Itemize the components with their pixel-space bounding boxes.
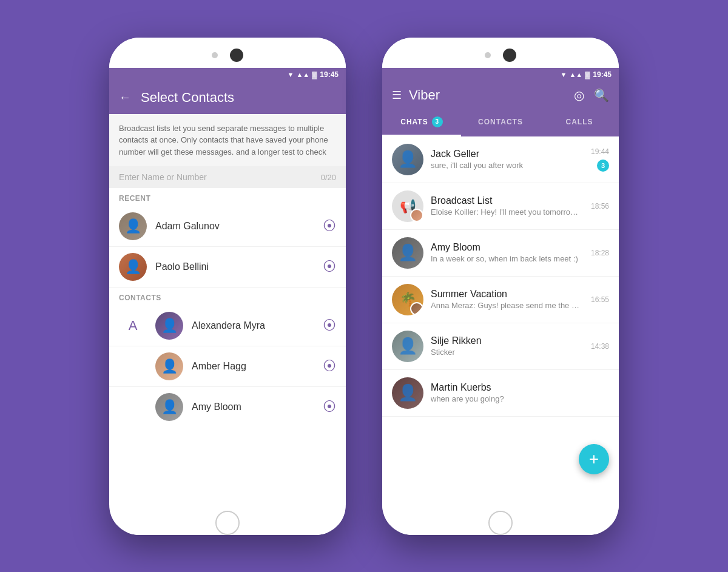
phone-camera xyxy=(230,49,243,62)
phone-top-bezel xyxy=(109,38,346,68)
signal-icon-2: ▼ xyxy=(561,71,567,78)
list-item[interactable]: 👤 Silje Rikken Sticker 14:38 xyxy=(382,323,619,370)
phone-screen-2: ▼ ▲▲ ▓ 19:45 ☰ Viber ◎ 🔍 CHATS 3 CONTACT… xyxy=(382,68,619,511)
list-item[interactable]: 👤 Jack Geller sure, i'll call you after … xyxy=(382,136,619,183)
list-item[interactable]: 👤 Paolo Bellini ⦿ xyxy=(109,247,346,288)
broadcast-avatar: 📢 xyxy=(392,190,423,222)
chat-time: 16:55 xyxy=(591,295,609,304)
search-icon[interactable]: 🔍 xyxy=(594,88,609,103)
contact-name: Amy Bloom xyxy=(192,402,314,412)
chat-info: Amy Bloom In a week or so, when im back … xyxy=(431,242,584,263)
viber-icon: ⦿ xyxy=(323,218,336,234)
avatar: 👤 xyxy=(119,212,147,240)
avatar: 👤 xyxy=(392,144,423,175)
avatar-person-icon: 👤 xyxy=(161,318,178,334)
phone-screen-1: ▼ ▲▲ ▓ 19:45 ← Select Contacts Broadcast… xyxy=(109,68,346,511)
avatar: 👤 xyxy=(392,377,423,409)
broadcast-overlay-avatar xyxy=(410,209,423,222)
list-item[interactable]: 🌴 Summer Vacation Anna Meraz: Guys! plea… xyxy=(382,277,619,323)
chat-preview: when are you going? xyxy=(431,394,602,403)
back-button[interactable]: ← xyxy=(119,90,131,104)
avatar: 👤 xyxy=(392,237,423,269)
tab-contacts[interactable]: CONTACTS xyxy=(461,109,540,136)
chat-info: Summer Vacation Anna Meraz: Guys! please… xyxy=(431,289,584,310)
avatar: 👤 xyxy=(155,312,183,340)
list-item[interactable]: 👤 Amy Bloom In a week or so, when im bac… xyxy=(382,230,619,277)
list-item[interactable]: A 👤 Alexandera Myra ⦿ xyxy=(109,306,346,346)
signal-icon: ▼ xyxy=(288,71,294,78)
avatar: 👤 xyxy=(392,331,423,362)
contact-name: Adam Galunov xyxy=(155,221,314,232)
phone-speaker-2 xyxy=(485,52,491,58)
chat-name: Jack Geller xyxy=(431,149,584,160)
tab-contacts-label: CONTACTS xyxy=(478,118,523,126)
chat-name: Martin Kuerbs xyxy=(431,382,602,393)
list-item[interactable]: 👤 Amber Hagg ⦿ xyxy=(109,346,346,387)
home-button-2[interactable] xyxy=(488,511,513,535)
avatar-person-icon: 👤 xyxy=(125,218,141,234)
chat-meta: 19:44 3 xyxy=(591,147,609,172)
chat-name: Summer Vacation xyxy=(431,289,584,300)
wifi-icon-2: ▲▲ xyxy=(569,71,582,78)
status-icons-2: ▼ ▲▲ ▓ xyxy=(561,71,590,78)
chat-meta: 18:56 xyxy=(591,202,609,210)
chat-time: 14:38 xyxy=(591,342,609,351)
phone-camera-2 xyxy=(503,49,516,62)
chats-badge: 3 xyxy=(432,116,443,127)
tab-calls-label: CALLS xyxy=(566,118,593,126)
tab-calls[interactable]: CALLS xyxy=(540,109,619,136)
phone-bottom-bezel xyxy=(109,511,346,535)
list-item[interactable]: 👤 Martin Kuerbs when are you going? xyxy=(382,370,619,417)
viber-icon: ⦿ xyxy=(323,358,336,374)
list-item[interactable]: 👤 Adam Galunov ⦿ xyxy=(109,206,346,247)
phone-2: ▼ ▲▲ ▓ 19:45 ☰ Viber ◎ 🔍 CHATS 3 CONTACT… xyxy=(382,38,619,535)
tab-bar: CHATS 3 CONTACTS CALLS xyxy=(382,109,619,136)
qr-icon[interactable]: ◎ xyxy=(574,88,584,103)
phone-1: ▼ ▲▲ ▓ 19:45 ← Select Contacts Broadcast… xyxy=(109,38,346,535)
chat-preview: sure, i'll call you after work xyxy=(431,161,584,170)
phone-bottom-bezel-2 xyxy=(382,511,619,535)
contact-name: Amber Hagg xyxy=(192,361,314,372)
list-item[interactable]: 👤 Amy Bloom ⦿ xyxy=(109,387,346,427)
avatar-person-icon: 👤 xyxy=(161,399,178,415)
search-bar[interactable]: Enter Name or Number 0/20 xyxy=(109,166,346,188)
phone-top-bezel-2 xyxy=(382,38,619,68)
group-overlay-avatar xyxy=(410,302,423,315)
contact-name: Paolo Bellini xyxy=(155,261,314,272)
chat-info: Martin Kuerbs when are you going? xyxy=(431,382,602,403)
tab-chats[interactable]: CHATS 3 xyxy=(382,109,461,136)
chat-preview: In a week or so, when im back lets meet … xyxy=(431,254,584,263)
contacts-section-label: CONTACTS xyxy=(109,288,346,306)
chat-name: Broadcast List xyxy=(431,195,584,206)
avatar-icon: 👤 xyxy=(398,243,417,262)
unread-badge: 3 xyxy=(597,160,609,172)
avatar-icon: 👤 xyxy=(398,383,417,402)
menu-icon[interactable]: ☰ xyxy=(392,89,402,102)
chat-name: Amy Bloom xyxy=(431,242,584,253)
avatar-person-icon: 👤 xyxy=(125,259,141,275)
home-button[interactable] xyxy=(215,511,240,535)
wifi-icon: ▲▲ xyxy=(296,71,309,78)
new-chat-fab[interactable]: + xyxy=(579,444,609,474)
search-placeholder: Enter Name or Number xyxy=(119,172,207,182)
battery-icon-2: ▓ xyxy=(585,71,590,78)
alphabet-letter: A xyxy=(119,312,147,340)
avatar: 🌴 xyxy=(392,284,423,315)
chat-preview: Eloise Koiller: Hey! I'll meet you tomor… xyxy=(431,207,584,217)
viber-icon: ⦿ xyxy=(323,259,336,275)
avatar: 👤 xyxy=(119,253,147,281)
viber-header: ☰ Viber ◎ 🔍 xyxy=(382,81,619,109)
page-title: Select Contacts xyxy=(141,90,234,106)
status-icons-1: ▼ ▲▲ ▓ xyxy=(288,71,317,78)
recent-section-label: RECENT xyxy=(109,188,346,206)
chat-name: Silje Rikken xyxy=(431,335,584,346)
contact-name: Alexandera Myra xyxy=(192,320,314,331)
chat-meta: 14:38 xyxy=(591,342,609,351)
list-item[interactable]: 📢 Broadcast List Eloise Koiller: Hey! I'… xyxy=(382,183,619,230)
chat-time: 18:28 xyxy=(591,249,609,257)
search-count: 0/20 xyxy=(321,173,336,182)
battery-icon: ▓ xyxy=(312,71,317,78)
phone-speaker xyxy=(212,52,218,58)
chat-time: 19:44 xyxy=(591,147,609,156)
chat-info: Broadcast List Eloise Koiller: Hey! I'll… xyxy=(431,195,584,217)
